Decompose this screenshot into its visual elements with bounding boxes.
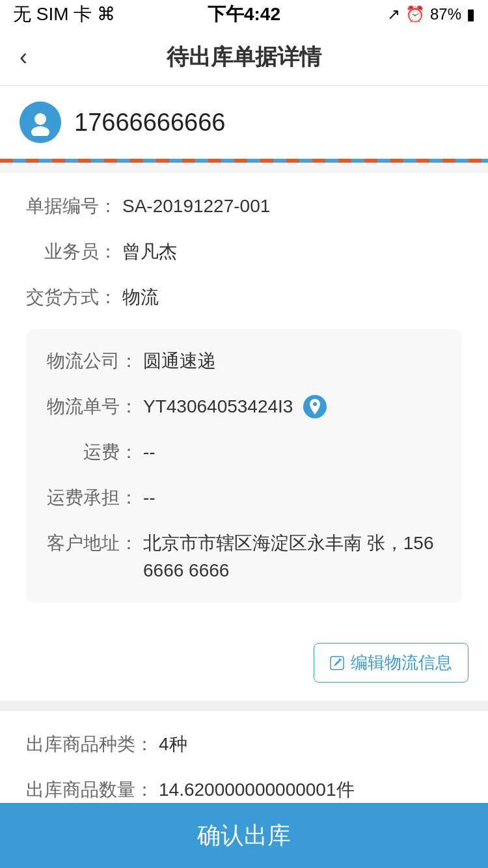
edit-logistics-row: 编辑物流信息 [0, 632, 488, 701]
alarm-icon: ⏰ [405, 5, 425, 23]
document-number-value: SA-20191227-001 [117, 193, 462, 220]
battery-icon: ▮ [467, 5, 475, 23]
goods-quantity-row: 出库商品数量： 14.620000000000001件 [26, 776, 462, 804]
back-button[interactable]: ‹ [20, 44, 27, 71]
customer-header: 17666666666 [0, 86, 488, 159]
tracking-value-group: YT43064053424I3 [138, 393, 327, 420]
document-number-row: 单据编号： SA-20191227-001 [26, 193, 462, 220]
page-title: 待出库单据详情 [167, 42, 321, 72]
address-value: 北京市市辖区海淀区永丰南 张，156 6666 6666 [138, 530, 441, 584]
goods-types-row: 出库商品种类： 4种 [26, 731, 462, 758]
sales-person-row: 业务员： 曾凡杰 [26, 238, 462, 265]
sales-person-label: 业务员： [26, 238, 117, 265]
freight-bearer-row: 运费承担： -- [47, 484, 441, 511]
document-number-label: 单据编号： [26, 193, 117, 220]
nav-bar: ‹ 待出库单据详情 [0, 29, 488, 86]
customer-phone: 17666666666 [74, 109, 225, 137]
logistics-company-label: 物流公司： [47, 347, 138, 375]
edit-logistics-label: 编辑物流信息 [351, 651, 452, 674]
battery-level: 87% [430, 5, 461, 23]
freight-bearer-value: -- [138, 484, 441, 511]
delivery-method-row: 交货方式： 物流 [26, 284, 462, 311]
goods-types-label: 出库商品种类： [26, 731, 154, 758]
edit-logistics-button[interactable]: 编辑物流信息 [314, 643, 468, 683]
tracking-number-row: 物流单号： YT43064053424I3 [47, 393, 441, 420]
tracking-location-icon[interactable] [303, 395, 327, 418]
logistics-card: 物流公司： 圆通速递 物流单号： YT43064053424I3 运费： -- [26, 329, 462, 603]
status-bar-right: ↗ ⏰ 87% ▮ [387, 5, 475, 23]
tracking-number-label: 物流单号： [47, 393, 138, 420]
location-status-icon: ↗ [387, 5, 400, 23]
address-label: 客户地址： [47, 530, 138, 557]
order-info-section: 单据编号： SA-20191227-001 业务员： 曾凡杰 交货方式： 物流 … [0, 173, 488, 632]
goods-quantity-label: 出库商品数量： [26, 776, 154, 804]
goods-quantity-value: 14.620000000000001件 [154, 776, 462, 804]
avatar [20, 102, 61, 143]
sales-person-value: 曾凡杰 [117, 238, 462, 265]
freight-row: 运费： -- [47, 439, 441, 466]
svg-point-1 [31, 126, 49, 136]
freight-bearer-label: 运费承担： [47, 484, 138, 511]
freight-value: -- [138, 439, 441, 466]
delivery-method-value: 物流 [117, 284, 462, 311]
freight-label: 运费： [47, 439, 138, 466]
address-row: 客户地址： 北京市市辖区海淀区永丰南 张，156 6666 6666 [47, 530, 441, 584]
confirm-bar: 确认出库 [0, 803, 488, 868]
goods-types-value: 4种 [154, 731, 462, 758]
dashed-separator [0, 159, 488, 163]
logistics-company-row: 物流公司： 圆通速递 [47, 347, 441, 375]
tracking-number-value: YT43064053424I3 [138, 393, 293, 420]
status-bar-time: 下午4:42 [208, 2, 280, 27]
delivery-method-label: 交货方式： [26, 284, 117, 311]
confirm-button[interactable]: 确认出库 [0, 803, 488, 868]
logistics-company-value: 圆通速递 [138, 347, 441, 375]
section-divider [0, 701, 488, 711]
svg-point-0 [34, 113, 46, 125]
status-bar: 无 SIM 卡 ⌘ 下午4:42 ↗ ⏰ 87% ▮ [0, 0, 488, 29]
status-bar-left: 无 SIM 卡 ⌘ [13, 2, 115, 27]
